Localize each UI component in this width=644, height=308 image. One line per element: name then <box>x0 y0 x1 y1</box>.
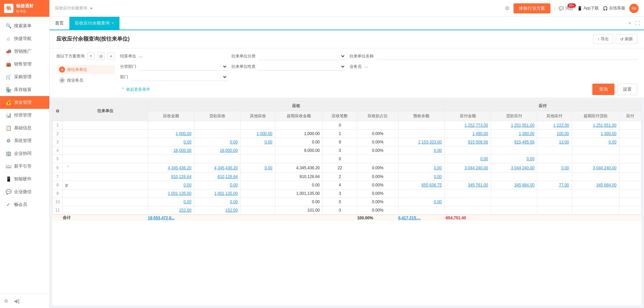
footer-other-pay <box>537 215 572 221</box>
dept-select[interactable] <box>131 73 227 81</box>
sidebar-item-sales[interactable]: 👜 销售管理 <box>0 58 49 71</box>
tab-home[interactable]: 首页 <box>50 17 69 30</box>
sidebar-item-label: 基础信息 <box>14 125 32 131</box>
logo-sub: 标准版 <box>16 9 34 14</box>
tab-home-label: 首页 <box>55 20 64 26</box>
sidebar-item-inventory[interactable]: 🏪 库存核算 <box>0 83 49 96</box>
app-label: App下载 <box>584 5 599 11</box>
sidebar-item-label: 采购管理 <box>14 74 32 80</box>
headset-icon: 🎧 <box>603 6 608 11</box>
logo: 畅 畅捷通财 标准版 <box>0 0 49 17</box>
sidebar-item-label: 系统管理 <box>14 138 32 144</box>
th-prepay-bal: 预收余额 <box>398 111 444 121</box>
th-payable: 应付 <box>444 101 641 111</box>
window-close-icon[interactable]: × <box>629 20 631 26</box>
service-label: 在线客服 <box>609 5 625 11</box>
sidebar-item-purchase[interactable]: 🛒 采购管理 <box>0 71 49 83</box>
sidebar-item-hardware[interactable]: 📱 智能硬件 <box>0 173 49 185</box>
building-icon: 🏢 <box>5 150 11 157</box>
settlement-unit-label: 结算单位 <box>120 53 136 59</box>
service-button[interactable]: 🎧 在线客服 <box>603 5 625 11</box>
store-icon: 🏪 <box>5 87 11 93</box>
sidebar-item-basic[interactable]: 📋 基础信息 <box>0 122 49 134</box>
collapse-button[interactable]: ⌃ 收起更多条件 <box>120 85 152 94</box>
sidebar-item-label: 智能硬件 <box>14 176 32 182</box>
user-avatar[interactable]: Rit <box>629 4 639 13</box>
sidebar-item-wechat[interactable]: 💬 企业微信 <box>0 185 49 198</box>
footer-collapse-icon[interactable]: ◀‖ <box>14 298 20 304</box>
table-row: 6「4,345,436.204,345,436.200.004,345,436.… <box>53 163 641 173</box>
footer-pay <box>619 215 641 221</box>
scheme-collapse-button[interactable]: « <box>107 52 115 60</box>
filter-row-1: 结算单位 ··· 往来单位分类 往来单位名称 <box>120 52 637 60</box>
filter-bottom: ⌃ 收起更多条件 查询 设置 <box>120 84 637 95</box>
partner-nature-label: 往来单位性质 <box>231 64 256 70</box>
filter-fields: 结算单位 ··· 往来单位分类 往来单位名称 <box>120 52 637 95</box>
table-settings-icon[interactable]: ⚙ <box>56 109 59 114</box>
message-button[interactable]: 💬 消息 99+ <box>559 5 573 11</box>
scheme-salesman-label: 按业务员 <box>67 78 83 83</box>
scheme-add-button[interactable]: + <box>87 52 95 60</box>
footer-prepay-bal[interactable]: 6,417,215.... <box>398 215 444 221</box>
bag-icon: 👜 <box>5 61 11 67</box>
scheme-partner-item[interactable]: ⚙ 按往来单位 <box>56 65 115 74</box>
breadcrumb: 应收应付余额查询 <box>55 5 501 11</box>
page-title: 应收应付余额查询(按往来单位) <box>56 36 130 43</box>
tab-bar-actions: × ⛶ <box>625 17 644 30</box>
sidebar-item-system[interactable]: ⚙ 系统管理 <box>0 134 49 147</box>
sidebar-item-member[interactable]: ✓ 畅会员 <box>0 198 49 211</box>
filter-dept: 部门 <box>120 73 227 81</box>
footer-loan-recv <box>194 215 240 221</box>
filter-partner-category: 往来单位分类 <box>231 52 345 60</box>
sidebar-item-finance[interactable]: 💰 资金管理 <box>0 96 49 109</box>
sidebar-item-guide[interactable]: 📖 新手引导 <box>0 160 49 173</box>
table-row: 8p0.000.000.0040.00%655,636.75345,761.00… <box>53 181 641 189</box>
table-row: 100.000.000.0000.00%0.00 <box>53 198 641 206</box>
scheme-view-button[interactable]: ◎ <box>97 52 105 60</box>
export-button[interactable]: ↑ 导出 <box>593 34 613 44</box>
branch-dept-select[interactable] <box>139 63 227 71</box>
scheme-salesman-icon: ⚙ <box>59 77 65 83</box>
message-badge: 99+ <box>568 3 576 8</box>
sidebar-item-search[interactable]: 🔍 搜索菜单 <box>0 19 49 32</box>
sidebar-item-quick[interactable]: ⌂ 快捷导航 <box>0 32 49 45</box>
query-button[interactable]: 查询 <box>592 84 614 95</box>
table-row: 11152.00152.00101.0030.00% <box>53 206 641 215</box>
footer-recv-count <box>323 215 357 221</box>
partner-nature-select[interactable] <box>258 63 345 71</box>
setting-button[interactable]: 设置 <box>617 84 637 95</box>
sidebar-item-marketing[interactable]: 📣 营销推广 <box>0 45 49 58</box>
data-table: ⚙ 往来单位 应收 应付 应收金额 贷款应收 其他应收 超期应收金额 应收笔数 … <box>52 101 641 221</box>
refresh-button[interactable]: ↺ 刷新 <box>616 34 637 44</box>
footer-empty <box>53 215 63 221</box>
tab-close-icon[interactable]: × <box>112 21 114 26</box>
table-row: 500.000.00 <box>53 155 641 163</box>
branch-dept-label: 分管部门 <box>120 64 136 70</box>
sidebar-item-operation[interactable]: 📊 经营管理 <box>0 109 49 122</box>
user-name: Rit <box>632 6 636 10</box>
scheme-salesman-item[interactable]: ⚙ 按业务员 <box>56 76 115 85</box>
app-download-button[interactable]: 📱 App下载 <box>577 5 599 11</box>
topbar-settings-icon[interactable]: ⚙ <box>505 5 509 11</box>
table-row: 21,000.001,000.001,000.0010.00%1,490.001… <box>53 130 641 138</box>
partner-category-select[interactable] <box>258 52 345 60</box>
footer-settings-icon[interactable]: ⚙ <box>4 298 8 304</box>
partner-name-input[interactable] <box>376 53 637 60</box>
solution-button[interactable]: 体验行业方案 <box>514 3 550 13</box>
table-row: 7810,126.64810,126.64810,126.6420.00%0.0… <box>53 173 641 181</box>
chat-icon: 💬 <box>5 189 11 195</box>
footer-recv-amt[interactable]: 19,553,472,6... <box>148 215 194 221</box>
table-area: ⚙ 往来单位 应收 应付 应收金额 贷款应收 其他应收 超期应收金额 应收笔数 … <box>52 101 641 305</box>
sidebar-item-enterprise[interactable]: 🏢 企业协同 <box>0 147 49 160</box>
sidebar-item-label: 经营管理 <box>14 112 32 118</box>
filter-salesman: 业务员 ··· <box>350 64 637 70</box>
scheme-toolbar: 按以下方案查询 + ◎ « <box>56 52 115 60</box>
sidebar-item-label: 快捷导航 <box>14 36 32 42</box>
footer-overdue-pay <box>572 215 619 221</box>
tab-receivable[interactable]: 应收应付余额查询 × <box>69 17 120 30</box>
window-maximize-icon[interactable]: ⛶ <box>635 20 640 26</box>
filter-row-2: 分管部门 往来单位性质 业务员 ··· <box>120 63 637 71</box>
home-icon: ⌂ <box>5 36 11 42</box>
clipboard-icon: 📋 <box>5 125 11 131</box>
th-pay-amt: 应付金额 <box>444 111 491 121</box>
